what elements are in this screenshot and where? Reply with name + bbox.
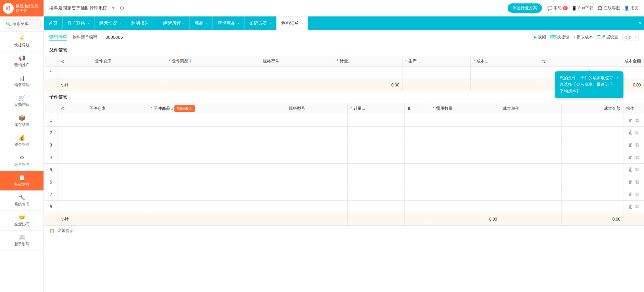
copy-icon-4[interactable]: ⧉ bbox=[635, 154, 639, 160]
parent-settings-gear[interactable]: ⚙ bbox=[61, 59, 65, 64]
action-single-settings[interactable]: ☰ 单据设置 bbox=[597, 34, 618, 40]
trial-button[interactable]: 体验行业方案 bbox=[508, 3, 542, 13]
child-row-4-product[interactable] bbox=[148, 151, 286, 164]
tab-operations-status[interactable]: 经营情况 × bbox=[95, 16, 126, 30]
child-row-8-unit-cost[interactable] bbox=[500, 201, 562, 213]
child-row-4-spec[interactable] bbox=[286, 151, 347, 164]
child-row-1-spec[interactable] bbox=[286, 114, 347, 127]
child-row-1-warehouse[interactable] bbox=[86, 114, 148, 127]
child-row-5-qty[interactable] bbox=[430, 164, 500, 176]
settings-icon[interactable]: ⚙ bbox=[120, 5, 124, 11]
parent-row-1-warehouse[interactable] bbox=[92, 67, 166, 79]
sidebar-item-system[interactable]: 🔧 系统管理 bbox=[0, 191, 44, 211]
child-row-8-qty[interactable] bbox=[430, 201, 500, 213]
delete-icon-8[interactable]: 🗑 bbox=[628, 204, 633, 209]
child-row-2-unit[interactable] bbox=[347, 127, 404, 139]
tab-operations-status-close[interactable]: × bbox=[119, 22, 121, 25]
child-row-4-unit[interactable] bbox=[347, 151, 404, 164]
delete-icon-2[interactable]: 🗑 bbox=[628, 130, 633, 135]
sidebar-item-finance[interactable]: 💰 资金管理 bbox=[0, 131, 44, 151]
delete-icon-1[interactable]: 🗑 bbox=[628, 117, 633, 123]
sidebar-item-inventory[interactable]: 📦 库存核算 bbox=[0, 111, 44, 131]
child-row-7-product[interactable] bbox=[148, 188, 286, 201]
child-row-3-spec[interactable] bbox=[286, 139, 347, 151]
child-row-3-product[interactable] bbox=[148, 139, 286, 151]
child-row-7-unit[interactable] bbox=[347, 188, 404, 201]
child-row-4-unit-cost[interactable] bbox=[500, 151, 562, 164]
scan-input-button[interactable]: 扫码录入 bbox=[174, 105, 195, 112]
child-row-4-qty[interactable] bbox=[430, 151, 500, 164]
arrow-left[interactable]: ◁ bbox=[622, 34, 628, 40]
tab-ops-history[interactable]: 经营历程 × bbox=[158, 16, 190, 30]
copy-icon-1[interactable]: ⧉ bbox=[635, 117, 639, 123]
app-download-button[interactable]: 📱 App下载 bbox=[572, 5, 593, 11]
tab-home[interactable]: 首页 bbox=[44, 16, 63, 30]
dropdown-icon[interactable]: ▼ bbox=[111, 6, 115, 11]
sidebar-item-sales[interactable]: 📊 销售管理 bbox=[0, 71, 44, 91]
child-row-1-qty[interactable] bbox=[430, 114, 500, 127]
delete-icon-6[interactable]: 🗑 bbox=[628, 179, 633, 185]
tab-close-all[interactable]: × bbox=[636, 21, 644, 26]
tab-ops-history-close[interactable]: × bbox=[183, 22, 185, 25]
parent-row-1-product[interactable] bbox=[166, 67, 260, 79]
child-row-2-warehouse[interactable] bbox=[86, 127, 148, 139]
toolbar-tab-bom[interactable]: 物料清单 bbox=[49, 33, 67, 41]
child-row-7-unit-cost[interactable] bbox=[500, 188, 562, 201]
tab-new-goods-close[interactable]: × bbox=[237, 22, 239, 25]
user-button[interactable]: 👤 用友 bbox=[624, 5, 639, 11]
tab-customers-close[interactable]: × bbox=[87, 22, 89, 25]
child-row-1-unit[interactable] bbox=[347, 114, 404, 127]
tab-goods[interactable]: 商品 × bbox=[190, 16, 213, 30]
sidebar-item-marketing[interactable]: 📢 营销推广 bbox=[0, 51, 44, 71]
parent-row-1-spec[interactable] bbox=[260, 67, 334, 79]
delete-icon-7[interactable]: 🗑 bbox=[628, 191, 633, 197]
action-shortcut[interactable]: ⌨ 快捷键 bbox=[550, 34, 569, 40]
action-extract-cost[interactable]: ↓ 提取成本 bbox=[573, 34, 593, 40]
copy-icon-3[interactable]: ⧉ bbox=[635, 142, 639, 148]
tab-customers[interactable]: 客户联络 × bbox=[63, 16, 95, 30]
online-service-button[interactable]: 🎧 在线客服 bbox=[597, 5, 620, 11]
search-menu-button[interactable]: 🔍 搜索菜单 bbox=[3, 19, 41, 28]
child-row-5-spec[interactable] bbox=[286, 164, 347, 176]
child-row-6-qty[interactable] bbox=[430, 176, 500, 188]
copy-icon-2[interactable]: ⧉ bbox=[635, 130, 639, 135]
child-row-2-product[interactable] bbox=[148, 127, 286, 139]
tab-bom-close[interactable]: × bbox=[301, 22, 303, 25]
child-row-5-warehouse[interactable] bbox=[86, 164, 148, 176]
child-row-4-warehouse[interactable] bbox=[86, 151, 148, 164]
child-row-5-product[interactable] bbox=[148, 164, 286, 176]
child-row-3-qty[interactable] bbox=[430, 139, 500, 151]
tab-barcode[interactable]: 条码方案 × bbox=[245, 16, 276, 30]
sidebar-item-quick-nav[interactable]: ⚡ 快捷导航 bbox=[0, 32, 44, 51]
child-row-1-product[interactable] bbox=[148, 114, 286, 127]
child-row-5-unit-cost[interactable] bbox=[500, 164, 562, 176]
message-button[interactable]: 💬 消息 6 bbox=[547, 5, 568, 11]
child-row-6-unit-cost[interactable] bbox=[500, 176, 562, 188]
child-row-3-warehouse[interactable] bbox=[86, 139, 148, 151]
child-row-6-unit[interactable] bbox=[347, 176, 404, 188]
child-row-8-product[interactable] bbox=[148, 201, 286, 213]
copy-icon-7[interactable]: ⧉ bbox=[635, 191, 639, 197]
delete-icon-5[interactable]: 🗑 bbox=[628, 167, 633, 172]
child-settings-gear[interactable]: ⚙ bbox=[61, 106, 65, 112]
sidebar-item-basic-info[interactable]: 📋 基础信息 bbox=[0, 171, 44, 191]
child-row-3-unit[interactable] bbox=[347, 139, 404, 151]
tab-bom[interactable]: 物料清单 × bbox=[276, 16, 308, 30]
action-view[interactable]: ▶ 视频 bbox=[534, 34, 546, 40]
child-row-2-unit-cost[interactable] bbox=[500, 127, 562, 139]
child-row-7-warehouse[interactable] bbox=[86, 188, 148, 201]
parent-row-1-unit[interactable] bbox=[334, 67, 402, 79]
sidebar-item-purchase[interactable]: 🛒 采购管理 bbox=[0, 91, 44, 111]
child-row-3-unit-cost[interactable] bbox=[500, 139, 562, 151]
tab-barcode-close[interactable]: × bbox=[269, 22, 271, 25]
sidebar-item-guide[interactable]: 📖 新手引导 bbox=[0, 231, 44, 250]
arrow-right[interactable]: ▷ bbox=[628, 34, 633, 40]
child-row-8-unit[interactable] bbox=[347, 201, 404, 213]
parent-row-1-production[interactable] bbox=[402, 67, 471, 79]
sidebar-item-enterprise[interactable]: 🤝 企业协同 bbox=[0, 211, 44, 231]
child-row-7-spec[interactable] bbox=[286, 188, 347, 201]
child-row-2-qty[interactable] bbox=[430, 127, 500, 139]
child-row-5-unit[interactable] bbox=[347, 164, 404, 176]
child-row-6-product[interactable] bbox=[148, 176, 286, 188]
copy-icon-8[interactable]: ⧉ bbox=[635, 204, 639, 209]
